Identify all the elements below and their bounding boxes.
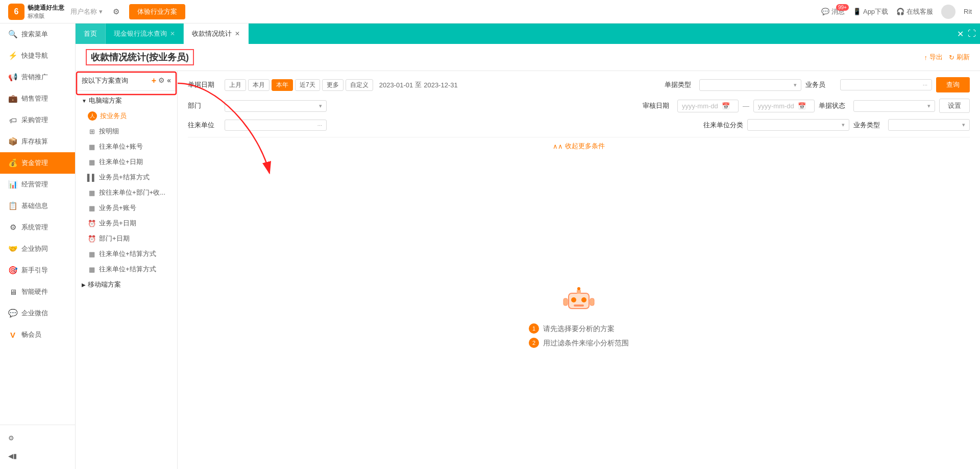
collapse-label: 收起更多条件 [565, 142, 605, 151]
sidebar-item-marketing[interactable]: 📢 营销推广 [0, 66, 75, 88]
filter-row-1: 单据日期 上月 本月 本年 近7天 更多 自定义 2023-01-01 至 [188, 77, 970, 92]
scheme-item-by-staff[interactable]: 人 按业务员 [76, 108, 177, 124]
scheme-item-dept-date[interactable]: ⏰ 部门+日期 [76, 231, 177, 246]
export-btn[interactable]: ↑ 导出 [924, 53, 943, 62]
last7-btn[interactable]: 近7天 [295, 79, 320, 91]
collapse-icon: ◀▮ [8, 452, 17, 460]
biz-type-label: 业务类型 [853, 121, 884, 130]
prev-month-btn[interactable]: 上月 [225, 79, 246, 91]
custom-date-btn[interactable]: 自定义 [346, 79, 373, 91]
scheme-item-staff-date[interactable]: ⏰ 业务员+日期 [76, 216, 177, 231]
svg-rect-7 [590, 298, 594, 306]
collapse-more-btn[interactable]: ∧∧ 收起更多条件 [188, 137, 970, 155]
online-service-area[interactable]: 🎧 在线客服 [896, 7, 933, 16]
group-label-mobile: 移动端方案 [88, 280, 121, 289]
dept-select[interactable]: ▾ [225, 100, 327, 112]
review-date-from[interactable]: yyyy-mm-dd 📅 [677, 100, 739, 112]
calendar-icon-to: 📅 [798, 102, 806, 110]
more-date-btn[interactable]: 更多 [322, 79, 344, 91]
svg-rect-3 [574, 304, 584, 307]
sidebar-settings-btn[interactable]: ⚙ [0, 429, 75, 447]
sales-icon: 💼 [8, 94, 17, 103]
sidebar-item-guide[interactable]: 🎯 新手引导 [0, 260, 75, 281]
partner-select[interactable]: ··· [225, 120, 327, 131]
guide-icon: 🎯 [8, 266, 17, 275]
sidebar-label-system: 系统管理 [21, 223, 48, 232]
this-month-btn[interactable]: 本月 [248, 79, 270, 91]
user-avatar[interactable] [941, 5, 955, 19]
trial-button[interactable]: 体验行业方案 [129, 4, 185, 19]
sidebar-item-finance[interactable]: 💰 资金管理 [0, 152, 75, 174]
sidebar-label-operation: 经营管理 [21, 180, 48, 189]
group-arrow-down: ▼ [82, 98, 87, 104]
review-date-to[interactable]: yyyy-mm-dd 📅 [753, 100, 815, 112]
sidebar-item-system[interactable]: ⚙ 系统管理 [0, 217, 75, 238]
message-area[interactable]: 💬 消息 99+ [821, 7, 845, 16]
scheme-item-partner-account[interactable]: ▦ 往来单位+账号 [76, 139, 177, 154]
scheme-item-partner-dept-receipt[interactable]: ▦ 按往来单位+部门+收... [76, 185, 177, 200]
staff-select[interactable]: ··· [840, 79, 932, 90]
doc-status-select[interactable]: ▾ [853, 100, 935, 112]
setting-btn[interactable]: 设置 [939, 99, 970, 113]
scheme-item-partner-settlement1[interactable]: ▦ 往来单位+结算方式 [76, 246, 177, 262]
tab-receipt[interactable]: 收款情况统计 ✕ [184, 24, 249, 44]
doc-type-select[interactable]: ▾ [699, 79, 801, 91]
sidebar-item-hardware[interactable]: 🖥 智能硬件 [0, 281, 75, 302]
sidebar-item-wechat[interactable]: 💬 企业微信 [0, 302, 75, 324]
this-year-btn[interactable]: 本年 [272, 79, 293, 91]
gear-button[interactable]: ⚙ [109, 5, 123, 19]
basic-icon: 📋 [8, 201, 17, 210]
sidebar-item-basic[interactable]: 📋 基础信息 [0, 195, 75, 217]
sidebar-item-operation[interactable]: 📊 经营管理 [0, 174, 75, 195]
review-date-label: 审核日期 [643, 101, 673, 110]
sidebar-collapse-btn[interactable]: ◀▮ [0, 447, 75, 465]
sidebar-label-member: 畅会员 [21, 330, 41, 339]
sidebar-item-corp[interactable]: 🤝 企业协同 [0, 238, 75, 260]
collapse-scheme-btn[interactable]: « [167, 76, 171, 85]
tab-bank-close[interactable]: ✕ [170, 30, 175, 37]
tab-maximize[interactable]: ⛶ [968, 29, 976, 38]
purchase-icon: 🏷 [8, 115, 17, 125]
scheme-item-label-staff-settlement: 业务员+结算方式 [99, 173, 150, 182]
top-bar-left: 6 畅捷通好生意 标准版 用户名称 ▾ ⚙ 体验行业方案 [8, 4, 185, 20]
sidebar-item-search[interactable]: 🔍 搜索菜单 [0, 24, 75, 45]
tab-receipt-close[interactable]: ✕ [235, 30, 240, 37]
main-layout: 🔍 搜索菜单 ⚡ 快捷导航 📢 营销推广 💼 销售管理 🏷 采购管理 📦 库存核… [0, 24, 980, 469]
biz-type-select[interactable]: ▾ [888, 119, 970, 131]
scheme-group-mobile-header[interactable]: ▶ 移动端方案 [76, 277, 177, 292]
sidebar-item-member[interactable]: V 畅会员 [0, 324, 75, 345]
sidebar-item-sales[interactable]: 💼 销售管理 [0, 88, 75, 109]
corp-icon: 🤝 [8, 244, 17, 253]
date-to: 2023-12-31 [424, 81, 458, 89]
partner-category-select[interactable]: ▾ [747, 119, 849, 131]
scheme-group-desktop-header[interactable]: ▼ 电脑端方案 [76, 93, 177, 108]
page-header: 收款情况统计(按业务员) ↑ 导出 ↻ 刷新 [76, 44, 980, 71]
scheme-panel: 按以下方案查询 + ⚙ « ▼ 电脑端方案 [76, 71, 178, 469]
sidebar-bottom: ⚙ ◀▮ [0, 425, 75, 469]
scheme-panel-title: 按以下方案查询 [82, 76, 128, 85]
sidebar-item-quick-nav[interactable]: ⚡ 快捷导航 [0, 45, 75, 66]
scheme-item-label-ps2: 往来单位+结算方式 [99, 265, 156, 274]
tab-close-all[interactable]: ✕ [957, 29, 964, 39]
scheme-item-staff-account[interactable]: ▦ 业务员+账号 [76, 200, 177, 216]
refresh-btn[interactable]: ↻ 刷新 [949, 53, 970, 62]
add-scheme-btn[interactable]: + [152, 76, 156, 85]
scheme-item-by-detail[interactable]: ⊞ 按明细 [76, 124, 177, 139]
partner-label: 往来单位 [188, 121, 218, 130]
grid-icon-pa: ▦ [88, 143, 96, 151]
sidebar-item-purchase[interactable]: 🏷 采购管理 [0, 109, 75, 131]
scheme-item-label-ps1: 往来单位+结算方式 [99, 249, 156, 259]
doc-type-arrow: ▾ [794, 82, 797, 88]
scheme-item-partner-settlement2[interactable]: ▦ 往来单位+结算方式 [76, 262, 177, 277]
config-scheme-btn[interactable]: ⚙ [158, 76, 165, 85]
scheme-item-staff-settlement[interactable]: ▌▌ 业务员+结算方式 [76, 170, 177, 185]
sidebar-item-inventory[interactable]: 📦 库存核算 [0, 131, 75, 152]
scheme-item-partner-date[interactable]: ▦ 往来单位+日期 [76, 154, 177, 170]
tab-bank[interactable]: 现金银行流水查询 ✕ [106, 24, 184, 44]
scheme-item-label-staff-date: 业务员+日期 [99, 219, 136, 228]
staff-more-icon: ··· [923, 82, 927, 88]
tab-home[interactable]: 首页 [76, 24, 106, 44]
query-btn[interactable]: 查询 [936, 77, 970, 92]
app-download-area[interactable]: 📱 App下载 [853, 7, 888, 16]
svg-rect-6 [564, 298, 568, 306]
